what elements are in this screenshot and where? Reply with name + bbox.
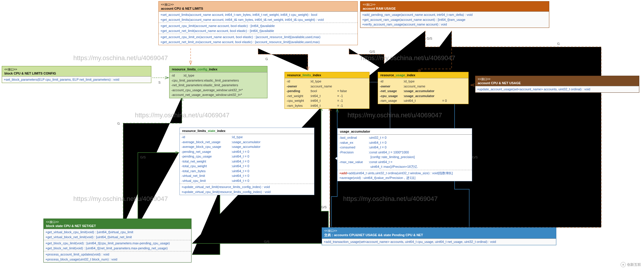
attr-type: uint64_t = 0 xyxy=(232,149,249,154)
op: +update_account_usage(set<account_name> … xyxy=(477,87,637,92)
attr-type: uint32_t = 0 xyxy=(370,135,387,140)
class-title: block CPU & NET LIMITS CONFIG xyxy=(4,72,149,75)
edge-label: G/S xyxy=(321,205,327,209)
attr: -last_ordinal xyxy=(339,135,369,140)
attr: -owner xyxy=(287,84,310,89)
watermark: https://my.oschina.net/u/4069047 xyxy=(73,54,168,62)
class-limits-index: resource_limits_index -id : id_type -own… xyxy=(284,72,370,109)
op: +get_account_net_limit_ex(account_name a… xyxy=(160,40,356,45)
attr-type: int64_t xyxy=(311,103,337,108)
edge-label: G/S xyxy=(264,240,270,243)
title-part: _index xyxy=(405,73,415,77)
class-title: account CPU & NET USAGE xyxy=(478,81,637,85)
op: +process_block_usage(uint32_t block_num)… xyxy=(45,257,189,262)
attr-type: elastic_limit_parameters xyxy=(203,83,238,88)
attr: -total_net_weight xyxy=(182,159,231,164)
op: +get_block_cpu_limit(void) : [uint64_t](… xyxy=(45,241,189,246)
edge-label: G/S xyxy=(427,37,432,40)
watermark-logo: 创新互联 xyxy=(621,262,641,267)
attr-val: = -1 xyxy=(337,103,343,108)
attr: -cpu_usage xyxy=(380,94,403,99)
class-title: account CPU & NET LIMITS xyxy=(161,7,355,10)
attr: -consumed xyxy=(339,145,369,150)
attr-type: uint32_t=* xyxy=(228,88,243,93)
attr-type: [config::rate_limiting_precision] xyxy=(370,155,415,160)
title-part: _index xyxy=(207,67,217,71)
attr: -account_cpu_usage_average_window xyxy=(171,88,227,93)
class-title: usage_accumulator xyxy=(338,128,472,135)
edge-label: G xyxy=(557,42,560,45)
attr-type: int64_t xyxy=(311,94,337,99)
op: +get_account_cpu_limit(account_name acco… xyxy=(160,23,356,28)
title-part: _index xyxy=(311,73,321,77)
edge-label: G/S xyxy=(472,155,478,159)
logo-text: 创新互联 xyxy=(627,262,641,267)
attr: -id xyxy=(287,79,310,84)
attr-val: = false xyxy=(337,89,347,94)
edge-label: G xyxy=(265,57,268,61)
attr: -pending_net_usage xyxy=(182,149,231,154)
attr: -net_limit_parameters xyxy=(171,83,202,88)
attr xyxy=(339,155,369,160)
class-account-ram-usage: <<接口>> account RAM USAGE +add_pending_ra… xyxy=(360,1,549,28)
attr: -ram_usage xyxy=(380,98,403,103)
stereotype: <<接口>> xyxy=(363,3,547,7)
attr-type: usage_accumulator xyxy=(232,144,260,149)
class-block-cpu-net-limits-config: <<接口>> block CPU & NET LIMITS CONFIG +se… xyxy=(2,66,151,83)
attr-type: account_name xyxy=(311,84,337,89)
op: +add_pending_ram_usage(account_name acco… xyxy=(362,12,547,17)
attr-type: uint64_t = 0 xyxy=(370,145,387,150)
watermark: https://my.oschina.net/u/4069047 xyxy=(73,195,168,203)
op: +process_account_limit_updates(void) : v… xyxy=(45,252,189,257)
attr: -cpu_weight xyxy=(287,98,310,103)
stereotype: <<接口>> xyxy=(4,67,149,72)
attr: -value_ex xyxy=(339,140,369,145)
attr-type: uint64_t = 0 xyxy=(232,178,249,183)
op: +get_block_net_limit(void) : [uint64_t](… xyxy=(45,246,189,251)
op: +set_block_parameters(ELP cpu_limit_para… xyxy=(4,77,149,82)
edge-label: G/S xyxy=(370,50,375,53)
attr-type: uint64_t = 0 xyxy=(232,173,249,178)
attr-type: elastic_limit_parameters xyxy=(204,78,239,83)
attr: -average_block_cpu_usage xyxy=(182,144,231,149)
attr-type: usage_accumulator xyxy=(404,89,434,94)
op: +get_account_limits(account_name account… xyxy=(160,17,356,22)
attr-type: int64_t xyxy=(311,98,337,103)
op: +verify_account_ram_usage(account_name a… xyxy=(362,22,547,27)
op: +get_account_cpu_limit_ex(account_name a… xyxy=(160,35,356,40)
title-part: state xyxy=(208,129,215,133)
title-part: resource_limits_ xyxy=(172,67,197,71)
class-state-index: resource_limits_state_index -id : id_typ… xyxy=(179,128,314,195)
attr: -id xyxy=(171,73,183,78)
attr-type: id_type xyxy=(311,79,337,84)
class-account-cpu-net-limits: <<接口>> account CPU & NET LIMITS +set_acc… xyxy=(158,1,358,45)
attr-type: const uint64_t = 1000*1000 xyxy=(370,150,409,155)
watermark: https://my.oschina.net/u/4069047 xyxy=(361,54,455,62)
op: +get_virtual_block_cpu_limit(void) : [ui… xyxy=(45,230,189,235)
class-usage-accumulator: usage_accumulator -last_ordinal : uint32… xyxy=(337,128,472,181)
attr-type: uint64_t = 0 xyxy=(232,164,249,169)
attr: -pending xyxy=(287,89,310,94)
op: +add(uint64_t uints,uint32_t ordina(uint… xyxy=(347,171,453,175)
class-title: 交易：accounts CPU&NET USAGE && state Pendi… xyxy=(324,233,554,237)
attr-type: id_type xyxy=(184,73,194,78)
attr-type: id_type xyxy=(232,135,243,140)
attr-type: const uint64_t = xyxy=(370,160,392,165)
title-part: limits xyxy=(303,73,311,77)
class-block-state-set-get: <<接口>> block state CPU & NET SET/GET +ge… xyxy=(43,219,191,263)
attr: -total_cpu_weight xyxy=(182,164,231,169)
title-part: resource_ xyxy=(287,73,303,77)
op: +set_account_limits(account_name account… xyxy=(160,12,356,17)
attr: -id xyxy=(380,79,403,84)
class-account-cpu-net-usage: <<接口>> account CPU & NET USAGE +update_a… xyxy=(475,76,639,93)
stereotype: <<接口>> xyxy=(478,77,637,81)
op: +get_account_ram_usage(account_name acco… xyxy=(362,17,547,22)
watermark: https://my.oschina.net/u/4069047 xyxy=(348,111,442,119)
attr: -ram_bytes xyxy=(287,103,310,108)
attr: -average_block_net_usage xyxy=(182,140,231,145)
stereotype: <<接口>> xyxy=(324,229,554,233)
attr: -total_ram_bytes xyxy=(182,169,231,174)
op: +get_virtual_block_net_limit(void) : [ui… xyxy=(45,235,189,240)
attr-type: uint64_t = 0 xyxy=(232,169,249,174)
class-transaction-usage: <<接口>> 交易：accounts CPU&NET USAGE && stat… xyxy=(322,227,556,245)
